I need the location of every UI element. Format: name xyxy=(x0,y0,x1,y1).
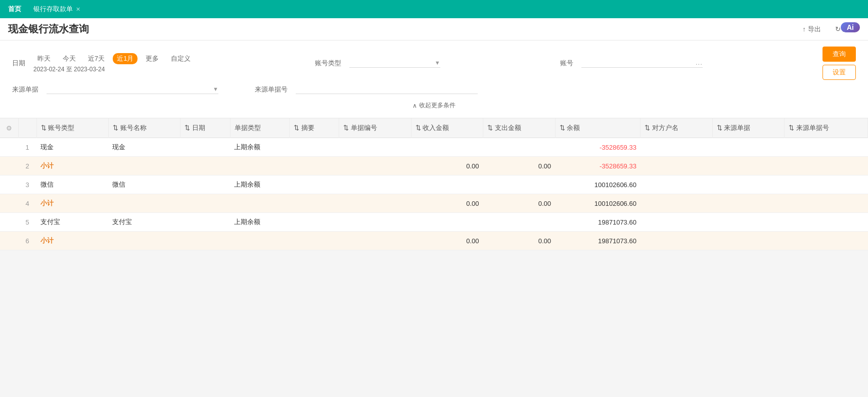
filter-section: 日期 昨天今天近7天近1月更多自定义 2023-02-24 至 2023-03-… xyxy=(0,40,868,118)
col-expense-header[interactable]: ⇅ 支出金额 xyxy=(483,118,555,138)
row-source-no xyxy=(785,194,868,213)
row-voucher-type: 上期余额 xyxy=(230,213,290,232)
col-account-name-header[interactable]: ⇅ 账号名称 xyxy=(108,118,180,138)
settings-button[interactable]: 设置 xyxy=(823,65,856,80)
col-summary-header[interactable]: ⇅ 摘要 xyxy=(290,118,339,138)
right-buttons: 查询 设置 xyxy=(823,47,856,80)
row-gear xyxy=(0,157,18,175)
row-counterparty xyxy=(641,138,712,157)
row-voucher-type xyxy=(230,232,290,250)
tab-yinhang[interactable]: 银行存取款单✕ xyxy=(27,0,100,18)
nav-home[interactable]: 首页 xyxy=(2,0,27,18)
row-num: 4 xyxy=(18,194,36,213)
row-date xyxy=(180,157,230,175)
table-row: 6 小计 0.00 0.00 19871073.60 xyxy=(0,232,868,250)
date-range: 2023-02-24 至 2023-03-24 xyxy=(33,65,195,74)
date-shortcut-近1月[interactable]: 近1月 xyxy=(113,53,138,64)
col-counterparty-header[interactable]: ⇅ 对方户名 xyxy=(641,118,712,138)
row-expense: 0.00 xyxy=(483,232,555,250)
query-button[interactable]: 查询 xyxy=(823,47,856,62)
col-source-header[interactable]: ⇅ 来源单据 xyxy=(712,118,784,138)
export-icon: ↑ xyxy=(803,25,806,33)
date-shortcut-今天[interactable]: 今天 xyxy=(59,53,80,64)
row-source xyxy=(712,175,784,194)
date-shortcut-近7天[interactable]: 近7天 xyxy=(84,53,109,64)
row-account-type: 小计 xyxy=(36,232,108,250)
row-account-name: 微信 xyxy=(108,175,180,194)
row-source xyxy=(712,157,784,175)
tab-yinhang-close[interactable]: ✕ xyxy=(76,6,80,13)
col-voucher-type-header[interactable]: 单据类型 xyxy=(230,118,290,138)
source-voucher-input[interactable] xyxy=(47,85,213,93)
row-num: 1 xyxy=(18,138,36,157)
ai-badge[interactable]: Ai xyxy=(841,22,860,32)
row-balance: 100102606.60 xyxy=(555,175,641,194)
row-summary xyxy=(290,157,339,175)
row-balance: -3528659.33 xyxy=(555,138,641,157)
date-label: 日期 xyxy=(12,59,25,68)
row-counterparty xyxy=(641,157,712,175)
row-source-no xyxy=(785,175,868,194)
col-income-header[interactable]: ⇅ 收入金额 xyxy=(411,118,483,138)
col-account-type-header[interactable]: ⇅ 账号类型 xyxy=(36,118,108,138)
source-voucher-no-label: 来源单据号 xyxy=(255,85,288,94)
source-voucher-no-wrap xyxy=(296,85,478,94)
row-source xyxy=(712,138,784,157)
row-balance: -3528659.33 xyxy=(555,157,641,175)
account-dots-icon[interactable]: ... xyxy=(696,59,703,66)
row-voucher-no xyxy=(339,175,411,194)
date-shortcut-自定义[interactable]: 自定义 xyxy=(167,53,195,64)
account-type-dropdown-icon[interactable]: ▼ xyxy=(435,60,440,66)
row-source xyxy=(712,194,784,213)
account-type-input[interactable] xyxy=(349,59,435,66)
row-expense xyxy=(483,138,555,157)
row-voucher-no xyxy=(339,194,411,213)
source-voucher-no-input[interactable] xyxy=(296,85,478,93)
row-gear xyxy=(0,175,18,194)
table-row: 2 小计 0.00 0.00 -3528659.33 xyxy=(0,157,868,175)
row-gear xyxy=(0,138,18,157)
row-gear xyxy=(0,213,18,232)
row-income xyxy=(411,138,483,157)
table-row: 5 支付宝 支付宝 上期余额 19871073.60 xyxy=(0,213,868,232)
row-account-type: 小计 xyxy=(36,194,108,213)
col-balance-header[interactable]: ⇅ 余额 xyxy=(555,118,641,138)
date-shortcut-更多[interactable]: 更多 xyxy=(142,53,163,64)
row-expense xyxy=(483,175,555,194)
nav-home-label: 首页 xyxy=(8,5,21,14)
row-date xyxy=(180,138,230,157)
row-date xyxy=(180,213,230,232)
account-input[interactable] xyxy=(581,59,696,66)
row-counterparty xyxy=(641,175,712,194)
row-date xyxy=(180,175,230,194)
row-num: 3 xyxy=(18,175,36,194)
table-header-row: ⚙ ⇅ 账号类型 ⇅ 账号名称 ⇅ 日期 单据类型 ⇅ xyxy=(0,118,868,138)
col-gear[interactable]: ⚙ xyxy=(0,118,18,138)
export-button[interactable]: ↑ 导出 xyxy=(799,23,826,36)
filter-row-2: 来源单据 ▼ 来源单据号 xyxy=(12,85,856,94)
account-type-input-wrap: ▼ xyxy=(349,59,440,68)
row-income: 0.00 xyxy=(411,232,483,250)
row-account-name xyxy=(108,157,180,175)
col-source-no-header[interactable]: ⇅ 来源单据号 xyxy=(785,118,868,138)
row-summary xyxy=(290,232,339,250)
row-date xyxy=(180,194,230,213)
row-counterparty xyxy=(641,194,712,213)
page-title: 现金银行流水查询 xyxy=(8,22,89,36)
row-account-name xyxy=(108,194,180,213)
row-voucher-type: 上期余额 xyxy=(230,138,290,157)
date-shortcut-昨天[interactable]: 昨天 xyxy=(33,53,55,64)
date-shortcuts: 昨天今天近7天近1月更多自定义 xyxy=(33,53,195,64)
source-voucher-dropdown-icon[interactable]: ▼ xyxy=(213,86,218,92)
row-voucher-no xyxy=(339,232,411,250)
row-summary xyxy=(290,175,339,194)
row-source-no xyxy=(785,157,868,175)
row-summary xyxy=(290,213,339,232)
row-account-name: 支付宝 xyxy=(108,213,180,232)
collapse-button[interactable]: ∧ 收起更多条件 xyxy=(406,99,462,112)
row-balance: 19871073.60 xyxy=(555,213,641,232)
col-voucher-no-header[interactable]: ⇅ 单据编号 xyxy=(339,118,411,138)
row-account-name xyxy=(108,232,180,250)
row-voucher-type: 上期余额 xyxy=(230,175,290,194)
col-date-header[interactable]: ⇅ 日期 xyxy=(180,118,230,138)
